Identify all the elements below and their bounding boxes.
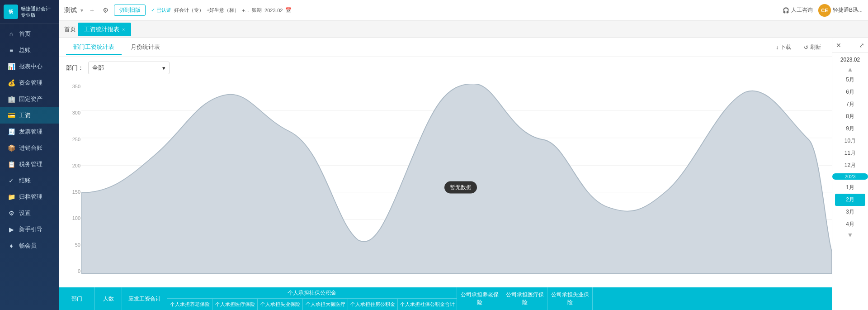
dept-select[interactable]: 全部 ▾	[88, 62, 170, 74]
switch-version-button[interactable]: 切到旧版	[114, 5, 146, 16]
user-avatar: CE	[818, 4, 831, 17]
app-name: 畅捷通好会计	[21, 5, 51, 12]
trade-icon: 📦	[7, 144, 15, 152]
calendar-icon[interactable]: 📅	[285, 7, 292, 13]
sidebar-item-guide[interactable]: ▶新手引导	[0, 221, 59, 238]
col-personal-medical: 个人承担医疗保险	[212, 299, 258, 310]
close-icon[interactable]: ✕	[836, 42, 841, 49]
dropdown-arrow[interactable]: ▾	[80, 7, 83, 14]
col-salary: 应发工资合计	[122, 287, 167, 310]
download-icon: ↓	[776, 44, 778, 51]
month-item-3[interactable]: 3月	[832, 206, 868, 218]
sidebar-item-trade[interactable]: 📦进销台账	[0, 140, 59, 156]
y-label-350: 350	[72, 84, 80, 89]
sidebar-label-assets: 固定资产	[19, 95, 42, 103]
sidebar-item-settings[interactable]: ⚙设置	[0, 205, 59, 221]
table-footer: 部门 人数 应发工资合计 个人承担社保公积金 个人承担养老保险 个人承担医疗保险…	[59, 287, 832, 310]
month-item-7[interactable]: 7月	[832, 98, 868, 110]
month-stats-tab[interactable]: 月份统计表	[123, 40, 167, 55]
sub-tabs-bar: 部门工资统计表 月份统计表 ↓ 下载 ↺ 刷新	[59, 38, 832, 57]
invoice-icon: 🧾	[7, 128, 15, 135]
col-personal-total: 个人承担社保公积金合计	[398, 299, 457, 310]
y-label-200: 200	[72, 163, 80, 168]
month-item-5[interactable]: 5月	[832, 74, 868, 86]
tax-icon: 📋	[7, 161, 15, 168]
vip-icon: ♦	[7, 242, 15, 249]
consult-button[interactable]: 🎧 人工咨询	[783, 6, 813, 14]
y-label-50: 50	[75, 242, 80, 248]
sidebar-item-tax[interactable]: 📋税务管理	[0, 156, 59, 172]
chart-svg	[81, 84, 832, 274]
month-item-2[interactable]: 2月	[835, 194, 865, 206]
tabs-bar: 首页 工资统计报表 ×	[59, 21, 868, 38]
reports-icon: 📊	[7, 63, 15, 70]
sidebar-logo: 畅 畅捷通好会计 专业版	[0, 0, 59, 24]
ledger-icon: ≡	[7, 47, 15, 54]
content-main: 部门工资统计表 月份统计表 ↓ 下载 ↺ 刷新 部门：	[59, 38, 832, 310]
username-label: 轻捷通B迅...	[833, 6, 863, 14]
sidebar-label-tax: 税务管理	[19, 160, 42, 168]
sidebar-label-vip: 畅会员	[19, 242, 37, 250]
month-item-9[interactable]: 9月	[832, 123, 868, 135]
month-item-10[interactable]: 10月	[832, 135, 868, 147]
content-area: 部门工资统计表 月份统计表 ↓ 下载 ↺ 刷新 部门：	[59, 38, 868, 310]
sidebar-item-salary[interactable]: 💳工资	[0, 107, 59, 124]
sidebar-item-assets[interactable]: 🏢固定资产	[0, 91, 59, 107]
month-item-4[interactable]: 4月	[832, 218, 868, 230]
month-item-6[interactable]: 6月	[832, 86, 868, 98]
dept-stats-tab[interactable]: 部门工资统计表	[66, 40, 122, 55]
sidebar-label-settings: 设置	[19, 209, 31, 217]
sidebar-label-trade: 进销台账	[19, 144, 42, 152]
y-label-100: 100	[72, 215, 80, 221]
col-personal-bigmedical: 个人承担大额医疗	[303, 299, 348, 310]
topbar-right: 🎧 人工咨询 CE 轻捷通B迅...	[783, 4, 863, 17]
download-label: 下载	[780, 43, 791, 51]
download-button[interactable]: ↓ 下载	[772, 42, 795, 52]
year-2023-label: 2023	[832, 173, 868, 180]
sub-tabs-actions: ↓ 下载 ↺ 刷新	[772, 42, 825, 52]
sidebar-label-home: 首页	[19, 30, 31, 38]
sidebar-label-ledger: 总账	[19, 46, 31, 54]
prev-year-button[interactable]: ▲	[846, 65, 854, 74]
sidebar-item-home[interactable]: ⌂首页	[0, 26, 59, 42]
month-item-12[interactable]: 12月	[832, 159, 868, 172]
right-panel-header: ✕ ⤢	[832, 42, 868, 53]
col-personal-unemploy: 个人承担失业保险	[258, 299, 303, 310]
settings-button[interactable]: ⚙	[101, 5, 110, 15]
next-year-button[interactable]: ▼	[846, 230, 854, 239]
col-group-personal-social: 个人承担社保公积金 个人承担养老保险 个人承担医疗保险 个人承担失业保险 个人承…	[167, 287, 457, 310]
badge-product2: +好生意（标）	[207, 7, 239, 14]
user-initials: CE	[821, 8, 828, 13]
y-label-300: 300	[72, 110, 80, 115]
consult-label: 人工咨询	[791, 6, 813, 14]
month-item-1[interactable]: 1月	[832, 181, 868, 194]
month-item-11[interactable]: 11月	[832, 147, 868, 159]
refresh-button[interactable]: ↺ 刷新	[800, 42, 825, 52]
add-button[interactable]: ＋	[87, 5, 97, 15]
sidebar-item-archive[interactable]: 📁归档管理	[0, 189, 59, 205]
refresh-icon: ↺	[804, 44, 808, 51]
headset-icon: 🎧	[783, 7, 789, 14]
salary-stats-tab[interactable]: 工资统计报表 ×	[78, 23, 131, 36]
sidebar-label-guide: 新手引导	[19, 225, 42, 234]
dept-filter-label: 部门：	[66, 64, 84, 72]
user-menu[interactable]: CE 轻捷通B迅...	[818, 4, 863, 17]
chevron-down-icon: ▾	[162, 65, 165, 72]
sidebar-item-finance[interactable]: 💰资金管理	[0, 75, 59, 91]
filter-bar: 部门： 全部 ▾	[59, 57, 832, 79]
archive-icon: 📁	[7, 193, 15, 200]
topbar-title: 测试	[64, 6, 77, 14]
chart-area: 350 300 250 200 150 100 50 0	[59, 79, 832, 287]
tab-close-button[interactable]: ×	[122, 27, 125, 32]
month-item-8[interactable]: 8月	[832, 110, 868, 123]
settle-icon: ✓	[7, 177, 15, 184]
sidebar-item-vip[interactable]: ♦畅会员	[0, 238, 59, 254]
logo-text: 畅捷通好会计 专业版	[21, 5, 51, 19]
sidebar-item-invoice[interactable]: 🧾发票管理	[0, 124, 59, 140]
y-label-150: 150	[72, 189, 80, 195]
sidebar-item-settle[interactable]: ✓结账	[0, 172, 59, 189]
home-tab[interactable]: 首页	[64, 25, 76, 33]
sidebar-item-ledger[interactable]: ≡总账	[0, 42, 59, 58]
expand-icon[interactable]: ⤢	[859, 42, 864, 49]
sidebar-item-reports[interactable]: 📊报表中心	[0, 58, 59, 75]
